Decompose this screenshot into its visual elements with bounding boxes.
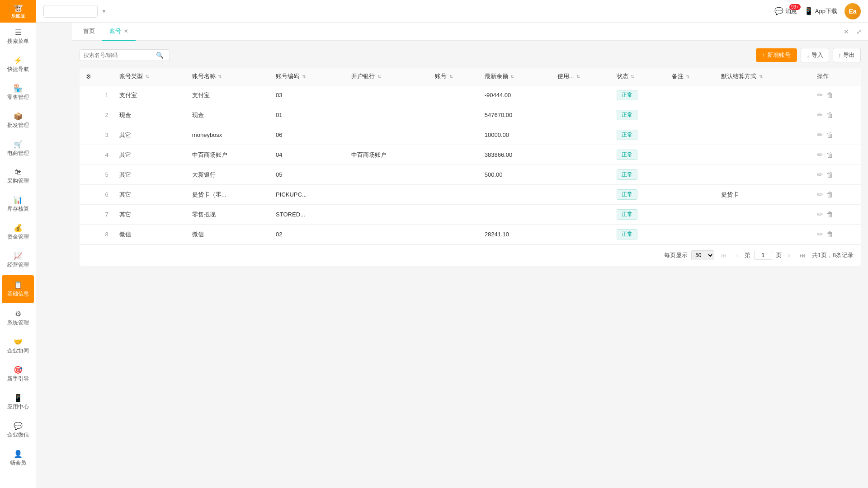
delete-button[interactable]: 🗑: [826, 150, 834, 159]
tab-close-button[interactable]: ✕: [841, 27, 852, 36]
edit-button[interactable]: ✏: [817, 131, 823, 139]
topbar-search-input[interactable]: [43, 5, 98, 18]
edit-button[interactable]: ✏: [817, 150, 823, 159]
sidebar-item-ecommerce-mgmt[interactable]: 🛒 电商管理: [0, 135, 36, 163]
app-download-button[interactable]: 📱 App下载: [804, 7, 837, 15]
row-name: 提货卡（零...: [189, 185, 272, 205]
sidebar-item-label: 经营管理: [7, 262, 29, 268]
delete-button[interactable]: 🗑: [826, 210, 834, 219]
row-account: [431, 205, 481, 225]
type-column-header[interactable]: 账号类型 ⇅: [116, 68, 189, 85]
delete-button[interactable]: 🗑: [826, 170, 834, 179]
bank-column-header[interactable]: 开户银行 ⇅: [348, 68, 431, 85]
sort-icon: ⇅: [759, 74, 763, 79]
sidebar-item-enterprise-wechat[interactable]: 💬 企业微信: [0, 416, 36, 444]
delete-button[interactable]: 🗑: [826, 111, 834, 119]
default-settlement-column-header[interactable]: 默认结算方式 ⇅: [717, 68, 813, 85]
table-row: 3 其它 moneybosx 06 10000.00 正常 ✏ 🗑: [80, 125, 861, 145]
sidebar-item-purchase-mgmt[interactable]: 🛍 采购管理: [0, 163, 36, 190]
sidebar-item-beginner-guide[interactable]: 🎯 新手引导: [0, 360, 36, 388]
row-account: [431, 225, 481, 244]
row-gear: [80, 145, 98, 165]
row-code: STORED...: [272, 205, 348, 225]
message-icon: 💬: [774, 7, 783, 15]
row-num: 8: [98, 225, 116, 244]
app-download-icon: 📱: [804, 7, 813, 15]
name-column-header[interactable]: 账号名称 ⇅: [189, 68, 272, 85]
last-page-button[interactable]: ⏭: [797, 251, 808, 260]
sidebar-item-finance-mgmt[interactable]: 💰 资金管理: [0, 218, 36, 246]
balance-column-header[interactable]: 最新余额 ⇅: [481, 68, 554, 85]
tab-actions: ✕ ⤢: [841, 27, 864, 36]
search-icon[interactable]: 🔍: [156, 52, 164, 59]
delete-button[interactable]: 🗑: [826, 131, 834, 139]
sort-icon: ⇅: [218, 74, 222, 79]
sidebar-item-inventory[interactable]: 📊 库存核算: [0, 190, 36, 218]
row-bank: [348, 85, 431, 105]
edit-button[interactable]: ✏: [817, 170, 823, 179]
next-page-button[interactable]: ›: [785, 251, 793, 260]
message-button[interactable]: 💬 消息 99+: [774, 7, 797, 15]
sidebar-item-enterprise-agreement[interactable]: 🤝 企业协同: [0, 332, 36, 360]
add-account-button[interactable]: + 新增账号: [756, 48, 797, 62]
purchase-icon: 🛍: [2, 168, 34, 176]
page-size-select[interactable]: 50 100: [691, 250, 714, 260]
edit-button[interactable]: ✏: [817, 190, 823, 199]
sidebar-item-label: 企业协同: [7, 347, 29, 354]
prev-page-button[interactable]: ‹: [733, 251, 741, 260]
sidebar-item-search-menu[interactable]: ☰ 搜索菜单: [0, 23, 36, 51]
sidebar-item-quick-nav[interactable]: ⚡ 快捷导航: [0, 51, 36, 79]
tab-home[interactable]: 首页: [76, 23, 102, 41]
row-code: 02: [272, 225, 348, 244]
status-column-header[interactable]: 状态 ⇅: [613, 68, 668, 85]
row-balance: -90444.00: [481, 85, 554, 105]
remark-column-header[interactable]: 备注 ⇅: [668, 68, 718, 85]
row-usage: [554, 205, 613, 225]
row-type: 其它: [116, 185, 189, 205]
settings-column-header[interactable]: ⚙: [80, 68, 98, 85]
row-account: [431, 105, 481, 125]
import-button[interactable]: ↓ 导入: [801, 48, 829, 62]
sidebar-item-label: 批发管理: [7, 122, 29, 128]
code-column-header[interactable]: 账号编码 ⇅: [272, 68, 348, 85]
edit-button[interactable]: ✏: [817, 210, 823, 219]
tab-account[interactable]: 账号 ✕: [102, 23, 136, 41]
tab-close-icon[interactable]: ✕: [124, 28, 128, 34]
delete-button[interactable]: 🗑: [826, 230, 834, 239]
edit-button[interactable]: ✏: [817, 230, 823, 239]
row-balance: 10000.00: [481, 125, 554, 145]
sidebar-item-app-center[interactable]: 📱 应用中心: [0, 388, 36, 416]
user-avatar[interactable]: Ea: [844, 3, 861, 19]
export-icon: ↑: [839, 52, 842, 59]
system-icon: ⚙: [2, 310, 34, 318]
table-row: 4 其它 中百商场账户 04 中百商场账户 383866.00 正常 ✏ 🗑: [80, 145, 861, 165]
sidebar-item-operation-mgmt[interactable]: 📈 经营管理: [0, 246, 36, 274]
delete-button[interactable]: 🗑: [826, 91, 834, 99]
sidebar-item-system-mgmt[interactable]: ⚙ 系统管理: [0, 304, 36, 332]
row-usage: [554, 165, 613, 185]
wholesale-icon: 📦: [2, 112, 34, 121]
account-column-header[interactable]: 账号 ⇅: [431, 68, 481, 85]
edit-button[interactable]: ✏: [817, 111, 823, 119]
table-row: 7 其它 零售抵现 STORED... 正常 ✏ 🗑: [80, 205, 861, 225]
sort-icon: ⇅: [576, 74, 580, 79]
sidebar-item-wholesale-mgmt[interactable]: 📦 批发管理: [0, 107, 36, 135]
row-num: 2: [98, 105, 116, 125]
export-button[interactable]: ↑ 导出: [833, 48, 861, 62]
sidebar-item-retail-mgmt[interactable]: 🏪 零售管理: [0, 79, 36, 107]
sidebar-item-member[interactable]: 👤 畅会员: [0, 444, 36, 472]
usage-column-header[interactable]: 使用... ⇅: [554, 68, 613, 85]
sidebar-item-basic-info[interactable]: 📋 基础信息: [2, 275, 34, 303]
status-badge: 正常: [617, 130, 637, 140]
row-num: 7: [98, 205, 116, 225]
row-code: 06: [272, 125, 348, 145]
row-usage: [554, 85, 613, 105]
edit-button[interactable]: ✏: [817, 91, 823, 99]
status-badge: 正常: [617, 229, 637, 239]
page-number-input[interactable]: [754, 251, 772, 260]
row-bank: [348, 105, 431, 125]
first-page-button[interactable]: ⏮: [718, 251, 730, 260]
tab-fullscreen-button[interactable]: ⤢: [854, 27, 864, 36]
delete-button[interactable]: 🗑: [826, 190, 834, 199]
search-input[interactable]: [84, 52, 156, 58]
